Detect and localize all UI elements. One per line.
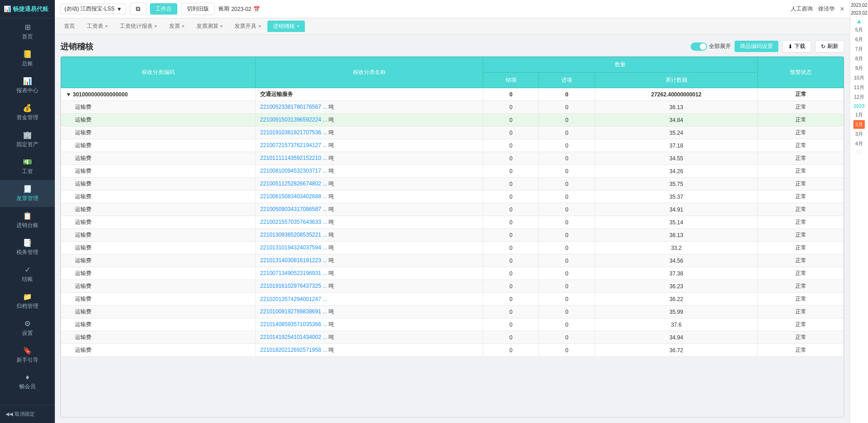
company-selector[interactable]: (勿动) 江西报宝-LSS ▼ (60, 4, 126, 14)
copy-button[interactable]: ⧉ (130, 3, 146, 15)
cell-invoice-id: 22100721573762194127 ... 吨 (256, 139, 483, 152)
right-panel-month-8月[interactable]: 8月 (853, 54, 865, 63)
cell-purchase: 0 (539, 318, 595, 331)
table-row: 运输费 22101314030816191223 ... 吨 0 0 34.56… (61, 254, 844, 267)
tab-invoice[interactable]: 发票× (164, 21, 190, 32)
cell-sales: 0 (483, 267, 539, 280)
cell-code: 运输费 (61, 101, 256, 114)
sidebar-item-archive[interactable]: 📁归档管理 (0, 288, 55, 315)
cell-cumulative: 34.91 (595, 203, 758, 216)
tab-close-invoice-open[interactable]: × (258, 24, 261, 29)
table-row: 运输费 22100523381780176567 ... 吨 0 0 36.13… (61, 101, 844, 114)
cell-cumulative: 35.75 (595, 178, 758, 190)
cell-invoice-id: 22100523381780176567 ... 吨 (256, 101, 483, 114)
tab-salary-stat[interactable]: 工资统计报表× (114, 21, 163, 32)
right-panel-month-12月[interactable]: 12月 (852, 93, 866, 101)
sidebar-item-capital[interactable]: 💰资金管理 (0, 99, 55, 126)
table-row: ▼ 301000000000000000 交通运输服务 0 0 27262.40… (61, 88, 844, 101)
right-panel-month-2月[interactable]: 2月 (853, 120, 865, 129)
cell-code: 运输费 (61, 178, 256, 190)
sidebar-label-settle: 结账 (22, 275, 33, 283)
calendar-icon[interactable]: 📅 (253, 6, 260, 12)
right-panel-month-6月[interactable]: 6月 (853, 35, 865, 44)
tab-sales-check[interactable]: 进销稽核× (267, 21, 305, 32)
cell-status: 正常 (758, 293, 844, 306)
cell-purchase: 0 (539, 152, 595, 165)
support-button[interactable]: 人工咨询 (791, 5, 813, 13)
right-panel-month-1月[interactable]: 1月 (853, 111, 865, 119)
col-quantity-group: 数量 (483, 57, 758, 73)
cell-purchase: 0 (539, 139, 595, 152)
sidebar-item-guide[interactable]: 🔖新手引导 (0, 342, 55, 369)
expand-toggle[interactable]: 全部展开 (691, 42, 731, 51)
sidebar-item-home[interactable]: ⊞首页 (0, 18, 55, 45)
sidebar-item-assets[interactable]: 🏢固定资产 (0, 126, 55, 153)
sidebar-icon-report: 📊 (23, 77, 32, 85)
sidebar-item-report[interactable]: 📊报表中心 (0, 72, 55, 99)
sidebar-icon-vip: ♦ (26, 373, 29, 381)
sidebar-item-settle[interactable]: ✓结账 (0, 261, 55, 288)
tab-close-invoice[interactable]: × (182, 24, 185, 29)
sidebar-item-salary[interactable]: 💵工资 (0, 153, 55, 180)
workbench-button[interactable]: 工作台 (150, 3, 177, 15)
switch-version-button[interactable]: 切到旧版 (181, 3, 215, 15)
scroll-up-icon[interactable]: ▲ (856, 17, 863, 25)
right-panel-month-10月[interactable]: 10月 (852, 74, 866, 82)
sidebar-icon-ledger: 📒 (23, 50, 32, 58)
sidebar-label-guide: 新手引导 (16, 356, 38, 364)
cell-status: 正常 (758, 101, 844, 114)
cell-status: 正常 (758, 318, 844, 331)
cell-cumulative: 34.26 (595, 165, 758, 178)
sidebar-icon-archive: 📁 (23, 292, 32, 301)
refresh-button[interactable]: ↻ 刷新 (815, 40, 844, 53)
tab-close-salary[interactable]: × (105, 24, 108, 29)
table-row: 运输费 22101009192789838691 ... 吨 0 0 35.99… (61, 306, 844, 318)
tab-close-sales-check[interactable]: × (297, 24, 299, 29)
sidebar-bottom[interactable]: ◀◀ 取消固定 (0, 405, 55, 423)
right-panel-year-2023: 2023 (852, 102, 865, 110)
right-panel-month-3月[interactable]: 3月 (853, 130, 865, 138)
cell-sales: 0 (483, 203, 539, 216)
sidebar-icon-settle: ✓ (25, 265, 31, 274)
toggle-switch[interactable] (691, 42, 707, 51)
right-panel-month-4月[interactable]: 4月 (853, 139, 865, 148)
sidebar-icon-guide: 🔖 (23, 346, 32, 355)
cell-cumulative: 37.38 (595, 267, 758, 280)
right-panel-month-5月[interactable]: 5月 (853, 26, 865, 34)
right-panel-month-7月[interactable]: 7月 (853, 45, 865, 53)
tab-invoice-calc[interactable]: 发票测算× (191, 21, 229, 32)
cell-purchase: 0 (539, 293, 595, 306)
tab-home[interactable]: 首页 (59, 21, 80, 32)
cell-invoice-id: 22101419254101434002 ... 吨 (256, 331, 483, 344)
cell-sales: 0 (483, 306, 539, 318)
unpin-button[interactable]: ◀◀ 取消固定 (4, 409, 51, 419)
sidebar-item-sales-ledger[interactable]: 📋进销台账 (0, 207, 55, 234)
tab-close-invoice-calc[interactable]: × (220, 24, 223, 29)
app-logo: 📊 畅捷通易代账 (0, 0, 55, 18)
cell-invoice-id: 22100511252826674802 ... 吨 (256, 178, 483, 190)
tab-close-salary-stat[interactable]: × (154, 24, 157, 29)
right-panel-month-9月[interactable]: 9月 (853, 64, 865, 73)
sidebar-item-settings[interactable]: ⚙设置 (0, 315, 55, 342)
close-button[interactable]: × (840, 5, 844, 13)
cell-code: 运输费 (61, 318, 256, 331)
cell-status: 正常 (758, 216, 844, 229)
sidebar-item-vip[interactable]: ♦畅会员 (0, 369, 55, 395)
tab-salary[interactable]: 工资表× (81, 21, 113, 32)
sidebar-item-ledger[interactable]: 📒总账 (0, 45, 55, 72)
cell-invoice-id: 22101309365208535221 ... 吨 (256, 229, 483, 242)
cell-sales: 0 (483, 127, 539, 139)
sidebar-item-tax[interactable]: 📑税务管理 (0, 234, 55, 261)
cell-invoice-id: 22100509034317086587 ... 吨 (256, 203, 483, 216)
table-row: 运输费 22101820212692571958 ... 吨 0 0 36.72… (61, 344, 844, 357)
tab-invoice-open[interactable]: 发票开具× (229, 21, 266, 32)
user-menu[interactable]: 徐泾华 (818, 5, 835, 13)
cell-status: 正常 (758, 127, 844, 139)
settings-button[interactable]: 商品编码设置 (735, 41, 778, 52)
cell-status: 正常 (758, 267, 844, 280)
sidebar-item-invoice[interactable]: 🧾发票管理 (0, 180, 55, 207)
right-panel-month-11月[interactable]: 11月 (852, 83, 866, 92)
download-button[interactable]: ⬇ 下载 (782, 40, 811, 53)
cell-sales: 0 (483, 152, 539, 165)
col-tax-name: 税收分类名称 (256, 57, 483, 88)
